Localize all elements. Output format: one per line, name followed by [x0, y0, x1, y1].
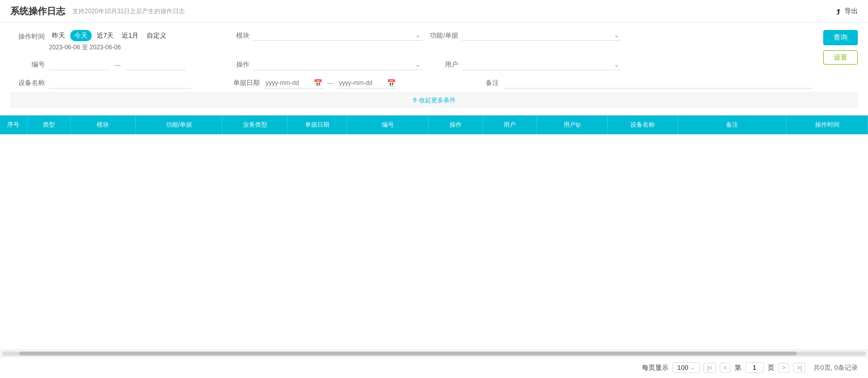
user-label: 用户	[428, 60, 458, 69]
col-header-func: 功能/单据	[135, 115, 222, 134]
date-start-wrap[interactable]: 📅	[264, 78, 324, 89]
collapse-bar[interactable]: ⤊ 收起更多条件	[10, 93, 858, 108]
num-dash: —	[114, 61, 121, 69]
horizontal-scrollbar[interactable]	[0, 350, 868, 357]
num-start-input[interactable]	[49, 59, 110, 70]
func-chevron-icon: ⌄	[614, 32, 619, 39]
user-chevron-icon: ⌄	[614, 61, 619, 68]
export-icon: ⮭	[835, 7, 843, 16]
col-header-device: 设备名称	[607, 115, 678, 134]
per-page-select[interactable]: 100 ⌄	[673, 362, 699, 373]
collapse-arrow-icon: ⤊	[412, 97, 417, 104]
per-page-value: 100	[677, 364, 688, 371]
col-header-type: 类型	[27, 115, 70, 134]
page-title: 系统操作日志	[10, 5, 65, 17]
col-header-remark: 备注	[678, 115, 787, 134]
page-first-button[interactable]: |<	[704, 363, 716, 373]
page-last-button[interactable]: >|	[793, 363, 805, 373]
num-end-input[interactable]	[125, 59, 186, 70]
per-page-label: 每页显示	[642, 363, 668, 372]
query-button[interactable]: 查询	[823, 30, 858, 45]
col-header-biz_type: 业务类型	[222, 115, 288, 134]
page-next-button[interactable]: >	[778, 363, 789, 373]
page-subtitle: 支持2020年10月31日之后产生的操作日志	[72, 7, 185, 16]
device-label: 设备名称	[10, 78, 45, 88]
col-header-user: 用户	[483, 115, 537, 134]
remark-input[interactable]	[503, 77, 813, 89]
func-select[interactable]: ⌄	[462, 30, 621, 41]
time-range-display: 2023-06-06 至 2023-06-06	[49, 43, 170, 52]
page-label: 第	[735, 363, 741, 372]
module-select[interactable]: ⌄	[254, 30, 423, 41]
col-header-seq: 序号	[0, 115, 27, 134]
date-end-wrap[interactable]: 📅	[337, 78, 398, 89]
time-opt-1month[interactable]: 近1月	[119, 30, 142, 41]
date-label: 单据日期	[229, 78, 260, 88]
module-chevron-icon: ⌄	[415, 32, 421, 39]
num-label: 编号	[10, 60, 45, 69]
cal-end-icon[interactable]: 📅	[387, 79, 396, 87]
empty-area	[0, 166, 868, 350]
date-end-input[interactable]	[339, 79, 385, 86]
col-header-num: 编号	[347, 115, 429, 134]
total-info: 共0页, 0条记录	[814, 363, 858, 372]
time-label: 操作时间	[10, 32, 45, 41]
per-page-chevron-icon: ⌄	[690, 364, 695, 371]
remark-label: 备注	[479, 78, 499, 88]
col-header-user_ip: 用户ip	[537, 115, 607, 134]
export-button[interactable]: ⮭ 导出	[835, 7, 858, 16]
settings-button[interactable]: 设置	[823, 50, 858, 65]
col-header-op_time: 操作时间	[787, 115, 868, 134]
page-unit: 页	[768, 363, 774, 372]
time-opt-today[interactable]: 今天	[70, 30, 92, 41]
device-input[interactable]	[49, 77, 191, 89]
page-number-input[interactable]	[745, 362, 764, 373]
op-label: 操作	[229, 60, 249, 69]
op-select[interactable]: ⌄	[254, 60, 423, 70]
time-opt-7days[interactable]: 近7天	[94, 30, 117, 41]
collapse-label: 收起更多条件	[419, 97, 456, 104]
module-label: 模块	[229, 31, 249, 40]
page-prev-button[interactable]: <	[720, 363, 731, 373]
time-opt-custom[interactable]: 自定义	[144, 30, 170, 41]
date-dash: —	[327, 79, 334, 87]
func-label: 功能/单据	[428, 31, 458, 40]
col-header-module: 模块	[70, 115, 135, 134]
op-chevron-icon: ⌄	[415, 61, 421, 68]
time-opt-yesterday[interactable]: 昨天	[49, 30, 68, 41]
col-header-bill_date: 单据日期	[288, 115, 347, 134]
cal-start-icon[interactable]: 📅	[314, 79, 322, 87]
date-start-input[interactable]	[266, 79, 312, 86]
col-header-operation: 操作	[429, 115, 483, 134]
user-select[interactable]: ⌄	[462, 60, 621, 70]
export-label: 导出	[845, 7, 858, 16]
